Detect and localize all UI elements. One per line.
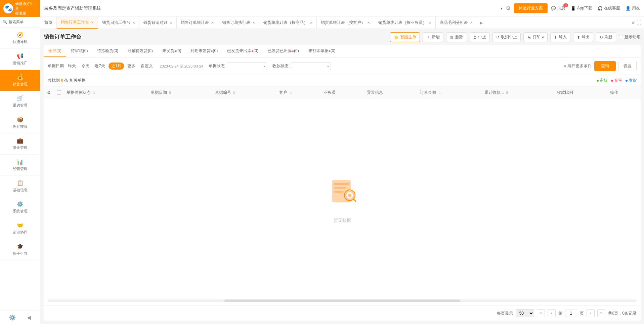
print-button[interactable]: 🖨 打印 ▾	[523, 32, 548, 42]
tab-close-sales-workbench[interactable]: ✕	[91, 21, 94, 24]
page-input[interactable]	[565, 310, 577, 317]
import-button[interactable]: ⬇ 导入	[550, 32, 570, 42]
sidebar-search[interactable]: 🔍 搜索菜单	[0, 17, 40, 28]
sort-amount-icon[interactable]: ⇅	[438, 91, 441, 94]
prev-page-button[interactable]: ‹	[548, 309, 556, 317]
sort-customer-icon[interactable]: ⇅	[289, 91, 292, 94]
date-btn-custom[interactable]: 自定义	[139, 63, 155, 70]
date-btn-7days[interactable]: 近7天	[93, 63, 107, 70]
tab-maximize-icon[interactable]: ⛶	[637, 20, 641, 26]
sidebar-item-sales[interactable]: 💰 销售管理	[0, 70, 40, 91]
sidebar-item-finance[interactable]: 💼 资金管理	[0, 133, 40, 155]
per-page-select[interactable]: 50 10 20 100	[516, 309, 534, 317]
filter-tab-all[interactable]: 全部(0)	[44, 45, 66, 57]
tab-close-sales-stat-staff[interactable]: ✕	[429, 21, 431, 25]
sort-status-icon[interactable]: ⇅	[92, 91, 95, 94]
tab-close-sales-stat[interactable]: ✕	[211, 21, 214, 25]
filter-setting-button[interactable]: 设置	[618, 61, 637, 71]
pause-button[interactable]: ⊘ 中止	[470, 32, 490, 42]
sidebar-item-guide[interactable]: 🎓 新手引导	[0, 239, 40, 260]
filter-tab-not-shipped[interactable]: 未发货●(0)	[158, 45, 186, 57]
system-dropdown[interactable]: ▾	[501, 6, 503, 11]
tab-cash-daily[interactable]: 钱货日清工作台 ✕	[98, 17, 139, 29]
message-icon: 💬	[551, 6, 556, 11]
filter-tab-shipped-out[interactable]: 已发货已出库●(0)	[263, 45, 304, 57]
filter-tab-wangpu-ship[interactable]: 旺铺待发货(0)	[123, 45, 158, 57]
tab-close-sales-stat-product[interactable]: ✕	[310, 21, 312, 25]
date-btn-yesterday[interactable]: 昨天	[66, 63, 78, 70]
tab-sales-stat-staff[interactable]: 销货单统计表（按业务员） ✕	[374, 17, 436, 29]
table-wrap: 共找到 0 条 相关单据 审核 充审	[44, 75, 641, 321]
export-button[interactable]: ⬆ 导出	[573, 32, 593, 42]
filter-tab-pending-review[interactable]: 待审核(0)	[66, 45, 93, 57]
cancel-audit-button[interactable]: 充审	[611, 78, 622, 83]
tab-close-product-margin[interactable]: ✕	[470, 21, 473, 25]
ship-button[interactable]: 发货	[626, 78, 637, 83]
payment-filter: 收款状态	[272, 62, 331, 70]
tab-close-sales-exec[interactable]: ✕	[252, 21, 255, 25]
filter-tab-expired-not-shipped[interactable]: 到期未发货●(0)	[186, 45, 222, 57]
query-button[interactable]: 查询	[594, 61, 616, 71]
table-scroll: ⚙ 单据整体状态 ⇅ 单据日期	[44, 86, 641, 297]
app-download-action[interactable]: 📱 App下载	[571, 5, 592, 11]
last-page-button[interactable]: »	[597, 309, 605, 317]
sort-number-icon[interactable]: ⇅	[233, 91, 235, 94]
tab-sales-exec[interactable]: 销售订单执行表 ✕	[218, 17, 259, 29]
collapse-icon[interactable]: ◀	[27, 314, 31, 321]
col-staff: 业务员	[321, 86, 364, 99]
filter-tab-shipped-not-in[interactable]: 已发货未出库●(0)	[222, 45, 263, 57]
filter-tab-pending-check[interactable]: 待拣验货(0)	[92, 45, 123, 57]
sidebar-item-quick-nav[interactable]: 🧭 快捷导航	[0, 28, 40, 49]
sidebar-item-operations[interactable]: 📊 经营管理	[0, 155, 40, 176]
tab-close-cash-daily[interactable]: ✕	[132, 21, 135, 25]
col-settings-icon[interactable]: ⚙	[47, 90, 51, 95]
data-table: ⚙ 单据整体状态 ⇅ 单据日期	[44, 86, 641, 99]
select-all-checkbox[interactable]	[57, 90, 61, 94]
show-detail-label[interactable]: 显示明细	[619, 34, 641, 40]
tab-cash-reconcile[interactable]: 钱货日清对账 ✕	[139, 17, 177, 29]
sidebar-item-system[interactable]: ⚙️ 系统管理	[0, 197, 40, 218]
tab-product-margin[interactable]: 商品毛利分析表 ✕	[436, 17, 477, 29]
date-btn-1month[interactable]: 近1月	[109, 63, 124, 70]
sidebar-item-inventory[interactable]: 📦 库存核算	[0, 112, 40, 133]
cancel-pause-button[interactable]: ↺ 取消中止	[492, 32, 521, 42]
sidebar-item-basic-info[interactable]: 📋 基础信息	[0, 176, 40, 197]
tab-close-cash-reconcile[interactable]: ✕	[170, 21, 172, 25]
horizontal-scrollbar	[44, 297, 641, 306]
topbar-gear-icon[interactable]: ⚙	[506, 5, 511, 11]
expand-more-btn[interactable]: ▾ 展开更多条件	[564, 63, 592, 69]
sidebar-item-marketing[interactable]: 📢 营销推广	[0, 49, 40, 70]
tab-sales-stat-product[interactable]: 销货单统计表（按商品） ✕	[259, 17, 317, 29]
refresh-button[interactable]: ↻ 刷新	[596, 32, 616, 42]
first-page-button[interactable]: «	[537, 309, 545, 317]
settings-icon[interactable]: ⚙️	[9, 314, 16, 321]
date-btn-more[interactable]: 更多	[125, 63, 137, 70]
tabbar-more[interactable]: ▶	[477, 21, 485, 25]
sort-date-icon[interactable]: ⇅	[169, 91, 171, 94]
tab-home[interactable]: 首页	[40, 17, 57, 29]
date-btn-today[interactable]: 今天	[79, 63, 91, 70]
sort-collected-icon[interactable]: ⇅	[506, 91, 508, 94]
delete-icon: 🗑	[450, 35, 454, 40]
tab-sales-stat-customer[interactable]: 销货单统计表（按客户） ✕	[317, 17, 374, 29]
sidebar-item-purchase[interactable]: 🛒 采购管理	[0, 91, 40, 112]
audit-button[interactable]: 审核	[597, 78, 608, 83]
tab-sales-stat[interactable]: 销售订单统计表 ✕	[177, 17, 218, 29]
delete-button[interactable]: 🗑 删除	[446, 32, 467, 42]
add-button[interactable]: ＋ 新增	[423, 32, 443, 42]
tab-close-all-icon[interactable]: ✕	[631, 20, 635, 26]
tab-close-sales-stat-customer[interactable]: ✕	[367, 21, 370, 25]
tab-sales-workbench[interactable]: 销售订单工作台 ✕	[57, 17, 98, 29]
payment-select[interactable]	[291, 62, 331, 70]
status-select[interactable]	[227, 62, 267, 70]
message-action[interactable]: 💬 消息 6	[551, 5, 565, 11]
show-detail-checkbox[interactable]	[619, 35, 623, 39]
smart-create-button[interactable]: ⭐ 智能生单	[390, 32, 420, 42]
user-action[interactable]: 👤 用友	[626, 5, 640, 11]
sidebar-item-enterprise[interactable]: 🤝 企业协同	[0, 218, 40, 239]
next-page-button[interactable]: ›	[587, 309, 595, 317]
industry-solution-button[interactable]: 体验行业方案	[514, 3, 548, 13]
online-service-action[interactable]: 🎧 在线客服	[598, 5, 620, 11]
scrollbar-thumb[interactable]	[224, 299, 460, 302]
filter-tab-not-printed[interactable]: 未打印单据●(0)	[304, 45, 340, 57]
